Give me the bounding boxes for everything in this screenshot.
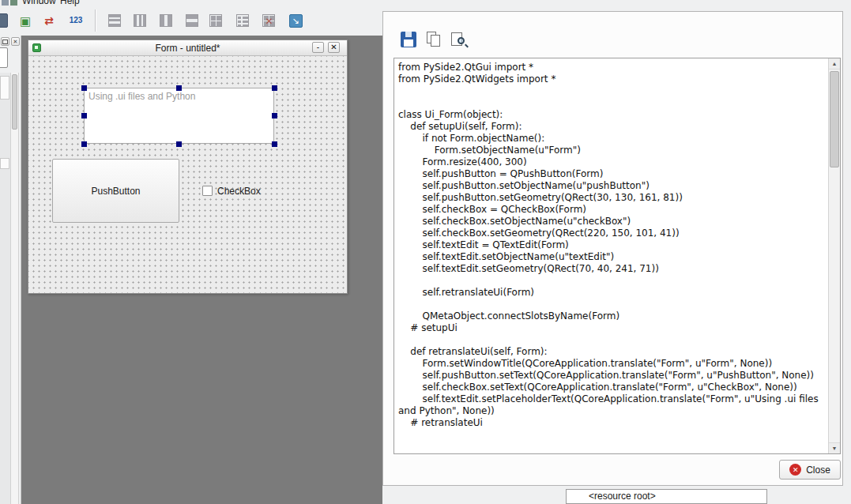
textedit-placeholder: Using .ui files and Python bbox=[88, 91, 195, 102]
code-view[interactable]: from PySide2.QtGui import * from PySide2… bbox=[393, 58, 841, 454]
form-window[interactable]: Form - untitled* Using .ui files and Pyt… bbox=[28, 39, 348, 294]
copy-page-front bbox=[431, 35, 440, 47]
qt-designer-screen: Window Help ▣ ⇄ 123 ↘ bbox=[0, 0, 851, 504]
checkbox-indicator[interactable] bbox=[202, 186, 213, 196]
find-icon[interactable] bbox=[450, 30, 469, 49]
adjust-size-icon[interactable]: ↘ bbox=[286, 11, 305, 30]
widget-box-scrollbar[interactable] bbox=[10, 73, 19, 504]
magnifier-glyph bbox=[458, 37, 465, 44]
edit-signals-slots-icon[interactable]: ⇄ bbox=[40, 11, 58, 30]
splitter-vertical-glyph bbox=[186, 14, 198, 27]
toolbar-separator bbox=[95, 9, 96, 32]
view-code-dialog: from PySide2.QtGui import * from PySide2… bbox=[382, 11, 843, 486]
widget-filter-input[interactable] bbox=[0, 47, 8, 68]
form-canvas[interactable]: Using .ui files and Python PushButton Ch… bbox=[28, 56, 347, 293]
widget-box-dock-sliver bbox=[0, 36, 21, 504]
break-layout-glyph bbox=[262, 14, 275, 27]
form-window-titlebar[interactable]: Form - untitled* bbox=[28, 40, 347, 56]
selection-handle[interactable] bbox=[81, 85, 87, 91]
pushbutton-label: PushButton bbox=[91, 186, 140, 197]
form-file-icon bbox=[32, 43, 41, 52]
resource-root-label: <resource root> bbox=[589, 491, 656, 502]
layout-horizontal-glyph bbox=[134, 14, 146, 27]
selection-handle[interactable] bbox=[272, 85, 277, 91]
widget-edit-glyph: ▣ bbox=[20, 15, 31, 27]
selection-handle[interactable] bbox=[176, 141, 182, 147]
textedit-widget[interactable]: Using .ui files and Python bbox=[84, 88, 274, 144]
menubar-icon-stub bbox=[10, 0, 17, 6]
mdi-area: Form - untitled* Using .ui files and Pyt… bbox=[21, 36, 382, 504]
minimize-icon[interactable] bbox=[312, 42, 324, 53]
scroll-up-icon[interactable] bbox=[829, 58, 840, 70]
signals-slots-glyph: ⇄ bbox=[44, 15, 54, 26]
pushbutton-widget[interactable]: PushButton bbox=[52, 159, 179, 223]
checkbox-widget[interactable]: CheckBox bbox=[202, 175, 282, 207]
copy-icon[interactable] bbox=[424, 30, 443, 49]
scroll-down-icon[interactable] bbox=[829, 442, 840, 453]
layout-grid-icon[interactable] bbox=[206, 11, 225, 30]
close-button-label: Close bbox=[806, 465, 830, 476]
selection-handle[interactable] bbox=[81, 141, 87, 147]
selection-handle[interactable] bbox=[176, 85, 182, 91]
code-scrollbar-thumb[interactable] bbox=[830, 71, 839, 167]
edit-tab-order-icon[interactable]: 123 bbox=[66, 11, 85, 30]
selection-handle[interactable] bbox=[81, 113, 87, 118]
widget-box-item-stub[interactable] bbox=[0, 158, 9, 169]
break-layout-icon[interactable] bbox=[259, 11, 278, 30]
selection-handle[interactable] bbox=[272, 113, 277, 118]
edit-widgets-partial-icon[interactable] bbox=[0, 11, 11, 30]
dock-close-button[interactable] bbox=[11, 37, 20, 46]
form-window-title: Form - untitled* bbox=[155, 43, 220, 54]
splitter-horizontal-icon[interactable] bbox=[156, 11, 175, 30]
tab-order-glyph: 123 bbox=[70, 17, 83, 24]
layout-horizontal-icon[interactable] bbox=[130, 11, 149, 30]
save-icon[interactable] bbox=[400, 30, 419, 49]
checkbox-label: CheckBox bbox=[217, 186, 261, 197]
resource-browser-root-item[interactable]: <resource root> bbox=[566, 489, 767, 504]
widget-box-item-stub[interactable] bbox=[0, 76, 9, 100]
generated-python-code[interactable]: from PySide2.QtGui import * from PySide2… bbox=[394, 58, 827, 453]
edit-widgets-icon[interactable]: ▣ bbox=[16, 11, 35, 30]
floppy-label bbox=[404, 39, 413, 47]
layout-form-glyph bbox=[236, 14, 249, 27]
layout-vertical-glyph bbox=[108, 14, 121, 27]
menubar: Window Help bbox=[0, 0, 851, 6]
close-icon[interactable] bbox=[328, 42, 340, 53]
menubar-icon-stub bbox=[2, 0, 9, 6]
widget-box-scrollbar-thumb[interactable] bbox=[12, 74, 17, 130]
close-circle-icon bbox=[789, 464, 801, 476]
layout-vertical-icon[interactable] bbox=[105, 11, 124, 30]
dialog-close-button[interactable]: Close bbox=[779, 460, 841, 480]
dock-float-button[interactable] bbox=[1, 37, 9, 46]
menu-window[interactable]: Window bbox=[22, 0, 56, 6]
toolbar-partial-icon bbox=[0, 13, 8, 28]
code-scrollbar[interactable] bbox=[828, 58, 840, 453]
widget-box-list[interactable] bbox=[0, 73, 10, 504]
layout-grid-glyph bbox=[209, 14, 222, 27]
splitter-horizontal-glyph bbox=[160, 14, 172, 27]
menu-help[interactable]: Help bbox=[60, 0, 80, 6]
adjust-size-glyph: ↘ bbox=[289, 14, 303, 28]
floppy-shutter bbox=[405, 32, 412, 37]
splitter-vertical-icon[interactable] bbox=[183, 11, 201, 30]
selection-handle[interactable] bbox=[272, 141, 277, 147]
layout-form-icon[interactable] bbox=[233, 11, 252, 30]
